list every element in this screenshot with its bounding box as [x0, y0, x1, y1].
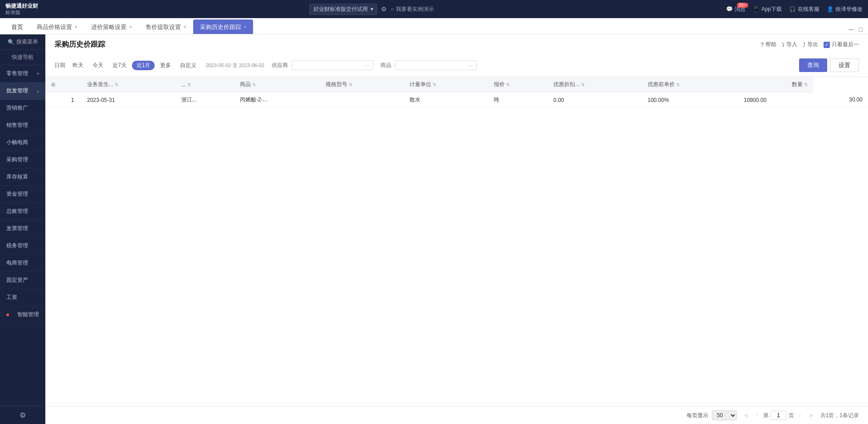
sidebar-item-fixed-assets[interactable]: 固定资产 [0, 272, 45, 289]
page-number-label: 第 [763, 412, 769, 419]
page-last-button[interactable]: ⊳ [806, 411, 817, 420]
date-filter-label: 日期 [54, 62, 65, 69]
table-body: 1 2023-05-31 浙江... 丙烯酸-2-... 散水 吨 0.00 1… [45, 92, 868, 108]
import-button[interactable]: ⤵ 导入 [782, 41, 797, 48]
help-icon: ? [761, 42, 764, 48]
sidebar-item-ecommerce-small[interactable]: 小畅电商 [0, 134, 45, 151]
sidebar-item-general-ledger[interactable]: 总账管理 [0, 203, 45, 220]
th-discount[interactable]: 优惠折扣... ⇅ [548, 77, 642, 92]
pagination-buttons: ⊲ ‹ 第 页 › ⊳ [741, 411, 817, 420]
app-download-button[interactable]: 📱 App下载 [753, 5, 782, 13]
online-service-button[interactable]: 🎧 在线客服 [789, 5, 819, 13]
main-layout: 🔍 搜索菜单 快捷导航 零售管理 ▾ 批发管理 ▴ 营销推广 销售管理 小畅电商… [0, 34, 868, 424]
headset-icon: 🎧 [789, 6, 796, 12]
tab-close-purchase-history[interactable]: × [244, 24, 247, 29]
th-settings[interactable]: ⚙ [45, 77, 63, 92]
tab-strategy[interactable]: 进价策略设置 × [84, 19, 139, 34]
sidebar-item-purchase[interactable]: 采购管理 [0, 151, 45, 169]
help-button[interactable]: ? 帮助 [761, 41, 776, 48]
date-opt-more[interactable]: 更多 [156, 61, 175, 70]
th-date[interactable]: 业务发生... ⇅ [82, 77, 176, 92]
sidebar-item-finance[interactable]: 资金管理 [0, 186, 45, 203]
query-button[interactable]: 查询 [799, 58, 827, 72]
page-header: 采购历史价跟踪 ? 帮助 ⤵ 导入 ⤴ 导出 [45, 34, 868, 54]
message-button[interactable]: 💬 消息 99+ [726, 5, 746, 13]
th-price[interactable]: 报价 ⇅ [488, 77, 548, 92]
sort-icon-product: ⇅ [252, 82, 256, 87]
user-icon: 👤 [827, 6, 834, 12]
settings-button[interactable]: 设置 [830, 58, 859, 72]
th-sort-date[interactable]: 业务发生... ⇅ [87, 81, 171, 88]
settings-icon[interactable]: ⚙ [381, 5, 387, 13]
th-sort-product[interactable]: 商品 ⇅ [240, 81, 315, 88]
tab-purchase-history[interactable]: 采购历史价跟踪 × [193, 19, 254, 34]
tab-maximize-icon[interactable]: □ [857, 25, 864, 34]
th-sort-discount[interactable]: 优惠折扣... ⇅ [553, 81, 637, 88]
product-input[interactable] [399, 62, 468, 68]
th-sort-extra[interactable]: ... ⇅ [181, 82, 229, 88]
date-opt-1month[interactable]: 近1月 [132, 61, 155, 70]
th-sort-quantity[interactable]: 数量 ⇅ [744, 81, 808, 88]
sidebar-item-invoice[interactable]: 发票管理 [0, 220, 45, 237]
date-opt-7days[interactable]: 近7天 [109, 61, 130, 70]
sidebar-item-tax[interactable]: 税务管理 [0, 237, 45, 255]
tab-close-price[interactable]: × [75, 24, 78, 29]
only-last-checkbox[interactable]: ✓ 只看最后一 [824, 41, 859, 48]
sort-icon-discount: ⇅ [581, 82, 585, 87]
sidebar-item-salary[interactable]: 工资 [0, 289, 45, 306]
th-spec[interactable]: 规格型号 ⇅ [320, 77, 404, 92]
supplier-ellipsis[interactable]: ··· [365, 62, 369, 68]
total-info: 共1页，1条记录 [820, 412, 859, 419]
tab-sale-price[interactable]: 售价提取设置 × [139, 19, 193, 34]
td-date: 2023-05-31 [82, 92, 176, 108]
product-input-wrap: ··· [395, 60, 477, 70]
th-unit[interactable]: 计量单位 ⇅ [404, 77, 488, 92]
sidebar-item-retail[interactable]: 零售管理 ▾ [0, 65, 45, 82]
page-number-input[interactable] [770, 411, 787, 420]
th-product[interactable]: 商品 ⇅ [234, 77, 320, 92]
th-extra[interactable]: ... ⇅ [176, 77, 235, 92]
tab-minimize-icon[interactable]: ─ [847, 25, 855, 34]
version-select[interactable]: 好业财标准版交付试用 ▾ [309, 4, 377, 15]
page-prev-button[interactable]: ‹ [753, 411, 761, 420]
tab-home[interactable]: 首页 [5, 19, 30, 34]
column-settings-icon[interactable]: ⚙ [51, 82, 56, 88]
product-filter-group: 商品 ··· [380, 60, 477, 70]
demo-button[interactable]: ○ 我要看实例演示 [390, 5, 434, 13]
search-menu-button[interactable]: 🔍 搜索菜单 [5, 38, 41, 46]
sidebar-gear-icon[interactable]: ⚙ [20, 411, 26, 419]
th-quantity[interactable]: 数量 ⇅ [738, 77, 813, 92]
top-bar-left: 畅捷通好业财 标准版 [5, 3, 38, 15]
th-sort-unit[interactable]: 计量单位 ⇅ [410, 81, 483, 88]
sidebar-item-inventory[interactable]: 库存核算 [0, 169, 45, 186]
sidebar-item-sales[interactable]: 销售管理 [0, 117, 45, 134]
date-opt-yesterday[interactable]: 昨天 [69, 61, 87, 70]
th-unit-price[interactable]: 优惠前单价 ⇅ [642, 77, 738, 92]
date-opt-today[interactable]: 今天 [89, 61, 107, 70]
user-button[interactable]: 👤 徐泽华修改 [827, 5, 863, 13]
sidebar-search[interactable]: 🔍 搜索菜单 [0, 34, 45, 50]
supplier-input[interactable] [296, 62, 365, 68]
page-first-button[interactable]: ⊲ [741, 411, 751, 420]
sidebar-item-smart[interactable]: 智能管理 [0, 306, 45, 323]
page-next-button[interactable]: › [796, 411, 804, 420]
sort-icon-unit-price: ⇅ [676, 82, 680, 87]
page-size-select[interactable]: 50 100 200 [712, 410, 737, 420]
sidebar-item-wholesale[interactable]: 批发管理 ▴ [0, 82, 45, 100]
tab-close-strategy[interactable]: × [129, 24, 132, 29]
sidebar-quick-nav[interactable]: 快捷导航 [0, 50, 45, 65]
page-suffix-label: 页 [789, 412, 794, 419]
export-button[interactable]: ⤴ 导出 [803, 41, 818, 48]
sort-icon-extra: ⇅ [187, 82, 191, 87]
th-sort-unit-price[interactable]: 优惠前单价 ⇅ [648, 81, 733, 88]
th-sort-spec[interactable]: 规格型号 ⇅ [326, 81, 399, 88]
tab-price[interactable]: 商品价格设置 × [30, 19, 84, 34]
sidebar-item-ecommerce[interactable]: 电商管理 [0, 255, 45, 272]
th-sort-price[interactable]: 报价 ⇅ [494, 81, 543, 88]
product-ellipsis[interactable]: ··· [468, 62, 473, 68]
search-icon: 🔍 [8, 39, 15, 45]
sidebar-item-marketing[interactable]: 营销推广 [0, 100, 45, 117]
date-opt-custom[interactable]: 自定义 [176, 61, 200, 70]
tab-close-sale-price[interactable]: × [184, 24, 186, 29]
page-title-row: 采购历史价跟踪 ? 帮助 ⤵ 导入 ⤴ 导出 [54, 40, 859, 49]
